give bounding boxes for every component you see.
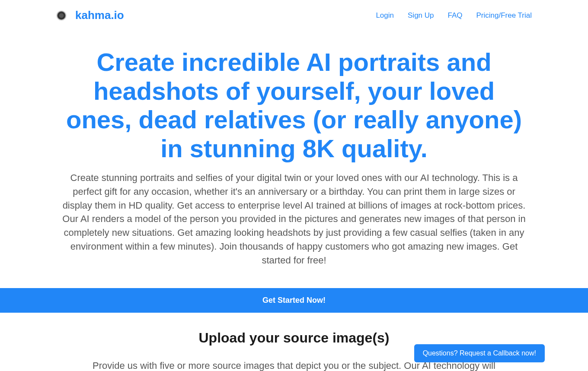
nav-login[interactable]: Login xyxy=(376,11,394,20)
nav: Login Sign Up FAQ Pricing/Free Trial xyxy=(376,11,532,20)
brand-link[interactable]: kahma.io xyxy=(75,9,124,22)
hero-desc-1: Create stunning portraits and selfies of… xyxy=(61,171,527,212)
hero-title: Create incredible AI portraits and heads… xyxy=(61,48,527,163)
logo-icon xyxy=(56,10,67,21)
nav-signup[interactable]: Sign Up xyxy=(408,11,434,20)
header: kahma.io Login Sign Up FAQ Pricing/Free … xyxy=(0,0,588,31)
upload-title: Upload your source image(s) xyxy=(86,330,502,346)
hero-section: Create incredible AI portraits and heads… xyxy=(0,31,588,276)
nav-faq[interactable]: FAQ xyxy=(448,11,463,20)
nav-pricing[interactable]: Pricing/Free Trial xyxy=(476,11,532,20)
hero-desc-2: Our AI renders a model of the person you… xyxy=(61,212,527,267)
logo-section: kahma.io xyxy=(56,9,124,22)
get-started-button[interactable]: Get Started Now! xyxy=(0,288,588,313)
callback-widget[interactable]: Questions? Request a Callback now! xyxy=(414,344,545,362)
